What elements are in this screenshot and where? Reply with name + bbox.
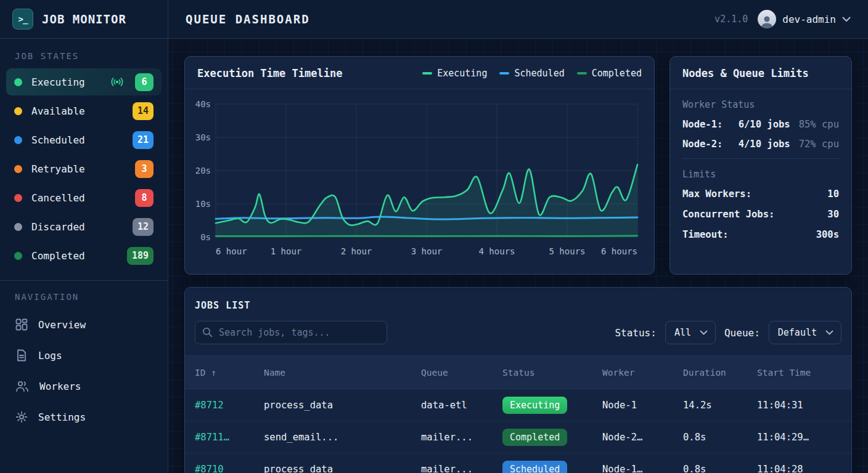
state-label: Completed	[31, 250, 118, 262]
legend-item-executing[interactable]: Executing	[422, 68, 487, 79]
completed-dot-icon	[14, 252, 22, 260]
page-title: QUEUE DASHBOARD	[186, 12, 310, 26]
sidebar-item-available[interactable]: Available 14	[6, 97, 162, 124]
sidebar-item-logs[interactable]: Logs	[0, 340, 168, 371]
avatar	[758, 10, 776, 28]
worker-jobs: 6/10 jobs	[739, 119, 790, 130]
status-filter-value: All	[674, 327, 691, 338]
worker-cpu: 72% cpu	[799, 139, 839, 150]
gear-icon	[15, 411, 28, 423]
limit-value: 10	[827, 188, 839, 200]
worker-cpu: 85% cpu	[799, 119, 839, 130]
status-badge: Completed	[502, 429, 567, 446]
status-badge: Scheduled	[502, 461, 567, 473]
column-header-id[interactable]: ID ↑	[185, 368, 254, 378]
chevron-down-icon	[842, 17, 851, 22]
count-badge: 189	[127, 247, 154, 265]
column-header-status[interactable]: Status	[493, 368, 592, 378]
worker-name: Node-2:	[682, 139, 723, 150]
count-badge: 6	[135, 73, 154, 91]
available-dot-icon	[14, 107, 22, 115]
table-row[interactable]: #8711… send_email... mailer... Completed…	[185, 421, 851, 453]
column-header-start-time[interactable]: Start Time	[747, 368, 851, 378]
executing-dash-icon	[422, 72, 432, 75]
nodes-queue-limits-panel: Nodes & Queue Limits Worker Status Node-…	[669, 56, 852, 275]
sidebar-item-retryable[interactable]: Retryable 3	[6, 155, 162, 182]
limit-row-max-workers: Max Workers: 10	[682, 188, 839, 200]
user-menu[interactable]: dev-admin	[758, 10, 851, 28]
document-icon	[15, 349, 28, 362]
job-worker: Node-1…	[592, 464, 673, 473]
sidebar-item-cancelled[interactable]: Cancelled 8	[6, 184, 162, 211]
execution-timeline-panel: Execution Time Timeline Executing Schedu…	[184, 56, 655, 275]
limit-row-concurrent-jobs: Concurrent Jobs: 30	[682, 209, 839, 220]
queue-filter-value: Default	[778, 327, 817, 338]
status-filter-select[interactable]: All	[665, 321, 716, 344]
state-label: Scheduled	[31, 134, 123, 146]
limit-row-timeout: Timeout: 300s	[682, 229, 839, 240]
table-row[interactable]: #8710 process_data mailer... Scheduled N…	[185, 453, 851, 473]
navigation-section: NAVIGATION Overview Logs Workers	[0, 280, 168, 432]
svg-text:6 hour: 6 hour	[216, 246, 247, 256]
sidebar-item-settings[interactable]: Settings	[0, 402, 168, 432]
worker-name: Node-1:	[682, 119, 723, 130]
divider	[682, 158, 839, 159]
completed-dash-icon	[577, 72, 587, 75]
job-id-link[interactable]: #8711…	[185, 432, 254, 443]
svg-text:6 hours: 6 hours	[601, 246, 637, 256]
worker-row-node-2: Node-2: 4/10 jobs 72% cpu	[682, 139, 839, 150]
svg-text:30s: 30s	[195, 132, 211, 142]
sidebar-item-completed[interactable]: Completed 189	[6, 242, 162, 269]
column-header-queue[interactable]: Queue	[411, 368, 493, 378]
sidebar-item-scheduled[interactable]: Scheduled 21	[6, 126, 162, 153]
job-duration: 14.2s	[673, 400, 747, 411]
svg-text:4 hours: 4 hours	[478, 246, 515, 256]
job-id-link[interactable]: #8710	[185, 464, 254, 473]
sort-ascending-icon: ↑	[211, 368, 216, 378]
job-queue: mailer...	[411, 464, 493, 473]
limit-label: Max Workers:	[682, 188, 751, 200]
job-name: process_data	[254, 400, 411, 411]
nodes-panel-title: Nodes & Queue Limits	[682, 67, 809, 79]
sidebar: JOB STATES Executing 6 Available 14 Sche…	[0, 39, 168, 473]
app-name: JOB MONITOR	[42, 12, 126, 26]
svg-text:10s: 10s	[195, 199, 211, 209]
job-id-link[interactable]: #8712	[185, 400, 254, 411]
column-header-duration[interactable]: Duration	[673, 368, 747, 378]
count-badge: 14	[133, 102, 154, 120]
legend-label: Completed	[592, 68, 642, 79]
sidebar-item-overview[interactable]: Overview	[0, 309, 168, 340]
legend-label: Executing	[437, 68, 487, 79]
search-input[interactable]	[195, 321, 387, 344]
legend-item-completed[interactable]: Completed	[577, 68, 642, 79]
table-row[interactable]: #8712 process_data data-etl Executing No…	[185, 389, 851, 421]
search-box	[195, 321, 387, 344]
timeline-chart: 0s10s20s30s40s6 hour1 hour2 hour3 hour4 …	[187, 94, 644, 267]
nav-label: Workers	[39, 381, 81, 392]
jobs-list-title: JOBS LIST	[195, 300, 841, 311]
sidebar-item-executing[interactable]: Executing 6	[6, 68, 162, 95]
count-badge: 3	[135, 160, 154, 178]
queue-filter-label: Queue:	[724, 327, 760, 339]
count-badge: 8	[135, 189, 154, 207]
queue-filter-select[interactable]: Default	[769, 321, 841, 344]
job-duration: 0.8s	[673, 464, 747, 473]
column-header-name[interactable]: Name	[254, 368, 411, 378]
nav-label: Settings	[38, 411, 86, 423]
legend-item-scheduled[interactable]: Scheduled	[499, 68, 564, 79]
count-badge: 21	[133, 131, 154, 149]
sidebar-item-workers[interactable]: Workers	[0, 371, 168, 402]
chart-title: Execution Time Timeline	[197, 67, 342, 79]
svg-text:3 hour: 3 hour	[411, 246, 443, 256]
username: dev-admin	[782, 14, 836, 25]
worker-status-heading: Worker Status	[682, 99, 839, 110]
job-start-time: 11:04:28	[747, 464, 851, 473]
worker-jobs: 4/10 jobs	[739, 139, 790, 150]
nav-label: Overview	[38, 319, 86, 331]
top-bar: QUEUE DASHBOARD v2.1.0 dev-admin	[168, 0, 868, 39]
state-label: Executing	[31, 76, 100, 88]
sidebar-item-discarded[interactable]: Discarded 12	[6, 213, 162, 240]
retryable-dot-icon	[14, 165, 22, 173]
column-header-worker[interactable]: Worker	[592, 368, 673, 378]
jobs-table: ID ↑ Name Queue Status Worker Duration S…	[185, 355, 851, 473]
